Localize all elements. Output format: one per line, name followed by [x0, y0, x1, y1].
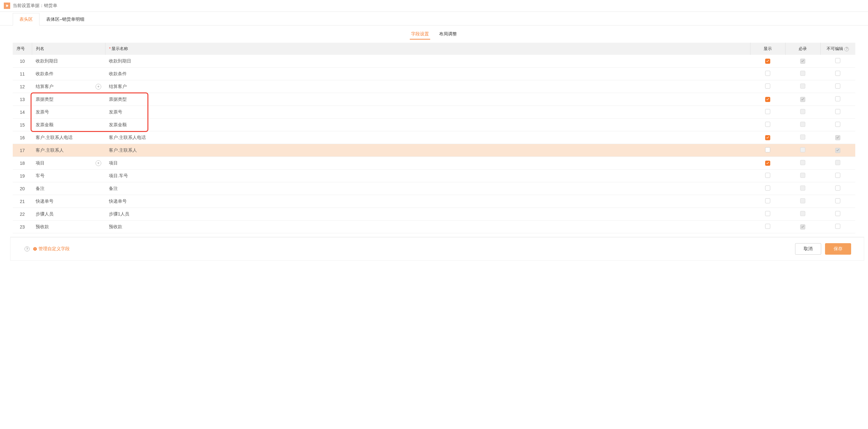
table-row[interactable]: 22步骤人员步骤1人员 — [13, 208, 855, 221]
display-cell[interactable]: 收款条件 — [105, 67, 750, 80]
show-checkbox[interactable] — [765, 109, 770, 114]
display-cell[interactable]: 客户.主联系人 — [105, 144, 750, 157]
readonly-checkbox[interactable] — [835, 71, 840, 76]
display-cell[interactable]: 项目.车号 — [105, 170, 750, 182]
seq-cell: 19 — [13, 170, 32, 182]
show-checkbox[interactable] — [765, 122, 770, 127]
display-cell[interactable]: 发票号 — [105, 106, 750, 119]
seq-cell: 10 — [13, 55, 32, 67]
expand-panel-button[interactable] — [4, 3, 10, 9]
show-checkbox[interactable] — [765, 97, 770, 102]
table-row[interactable]: 10收款到期日收款到期日 — [13, 55, 855, 67]
display-cell[interactable]: 快递单号 — [105, 195, 750, 208]
show-checkbox[interactable] — [765, 185, 770, 191]
readonly-checkbox — [835, 135, 840, 140]
name-cell: 预收款 — [32, 221, 105, 233]
name-cell: 客户.主联系人 — [32, 144, 105, 157]
seq-cell: 23 — [13, 221, 32, 233]
name-cell: 结算客户＋ — [32, 80, 105, 93]
table-row[interactable]: 21快递单号快递单号 — [13, 195, 855, 208]
readonly-checkbox[interactable] — [835, 211, 840, 216]
table-row[interactable]: 18项目＋项目 — [13, 157, 855, 170]
display-cell[interactable]: 项目 — [105, 157, 750, 170]
col-header-seq: 序号 — [13, 43, 32, 55]
readonly-checkbox[interactable] — [835, 185, 840, 191]
manage-custom-fields-link[interactable]: 管理自定义字段 — [33, 246, 70, 252]
table-row[interactable]: 11收款条件收款条件 — [13, 67, 855, 80]
seq-cell: 13 — [13, 93, 32, 106]
add-sub-field-button[interactable]: ＋ — [95, 84, 101, 90]
show-checkbox[interactable] — [765, 198, 770, 203]
required-checkbox — [800, 71, 805, 76]
display-cell[interactable]: 预收款 — [105, 221, 750, 233]
readonly-checkbox[interactable] — [835, 58, 840, 63]
help-icon[interactable]: ? — [844, 47, 849, 51]
show-checkbox[interactable] — [765, 135, 770, 140]
fields-table: 序号 列名 *显示名称 显示 必录 不可编辑? — [13, 43, 855, 55]
table-row[interactable]: 20备注备注 — [13, 182, 855, 195]
required-checkbox — [800, 147, 805, 152]
readonly-checkbox — [835, 160, 840, 165]
required-checkbox — [800, 97, 805, 102]
required-checkbox — [800, 185, 805, 191]
add-sub-field-button[interactable]: ＋ — [95, 160, 101, 166]
readonly-checkbox[interactable] — [835, 96, 840, 102]
show-checkbox[interactable] — [765, 71, 770, 76]
display-cell[interactable]: 票据类型 — [105, 93, 750, 106]
table-row[interactable]: 17客户.主联系人客户.主联系人 — [13, 144, 855, 157]
seq-cell: 22 — [13, 208, 32, 221]
table-row[interactable]: 23预收款预收款 — [13, 221, 855, 233]
table-row[interactable]: 19车号项目.车号 — [13, 170, 855, 182]
readonly-checkbox[interactable] — [835, 198, 840, 203]
table-row[interactable]: 12结算客户＋结算客户 — [13, 80, 855, 93]
display-cell[interactable]: 发票金额 — [105, 119, 750, 131]
display-cell[interactable]: 客户.主联系人电话 — [105, 131, 750, 144]
save-button[interactable]: 保存 — [825, 243, 851, 255]
name-cell: 收款条件 — [32, 67, 105, 80]
show-checkbox[interactable] — [765, 147, 770, 152]
table-row[interactable]: 13票据类型票据类型 — [13, 93, 855, 106]
readonly-checkbox[interactable] — [835, 224, 840, 229]
table-row[interactable]: 14发票号发票号 — [13, 106, 855, 119]
gear-icon — [33, 247, 37, 251]
seq-cell: 15 — [13, 119, 32, 131]
show-checkbox[interactable] — [765, 84, 770, 89]
seq-cell: 21 — [13, 195, 32, 208]
display-cell[interactable]: 结算客户 — [105, 80, 750, 93]
main-tabs: 表头区表体区–销货单明细 — [0, 13, 868, 26]
col-header-display: *显示名称 — [105, 43, 750, 55]
readonly-checkbox[interactable] — [835, 109, 840, 114]
table-row[interactable]: 15发票金额发票金额 — [13, 119, 855, 131]
cancel-button[interactable]: 取消 — [795, 243, 821, 255]
table-row[interactable]: 16客户.主联系人电话客户.主联系人电话 — [13, 131, 855, 144]
col-header-required: 必录 — [785, 43, 820, 55]
name-cell: 客户.主联系人电话 — [32, 131, 105, 144]
seq-cell: 20 — [13, 182, 32, 195]
display-cell[interactable]: 步骤1人员 — [105, 208, 750, 221]
show-checkbox[interactable] — [765, 173, 770, 178]
readonly-checkbox[interactable] — [835, 84, 840, 89]
name-cell: 发票号 — [32, 106, 105, 119]
main-tab-1[interactable]: 表体区–销货单明细 — [39, 13, 91, 26]
show-checkbox[interactable] — [765, 224, 770, 229]
required-checkbox — [800, 84, 805, 89]
readonly-checkbox[interactable] — [835, 122, 840, 127]
name-cell: 发票金额 — [32, 119, 105, 131]
sub-tabs: 字段设置布局调整 — [0, 26, 868, 43]
readonly-checkbox — [835, 148, 840, 153]
required-checkbox — [800, 211, 805, 216]
sub-tab-0[interactable]: 字段设置 — [410, 29, 430, 39]
display-cell[interactable]: 备注 — [105, 182, 750, 195]
show-checkbox[interactable] — [765, 59, 770, 64]
main-tab-0[interactable]: 表头区 — [13, 13, 39, 26]
readonly-checkbox[interactable] — [835, 173, 840, 178]
doc-name-label: 销货单 — [44, 3, 57, 8]
seq-cell: 17 — [13, 144, 32, 157]
show-checkbox[interactable] — [765, 161, 770, 166]
sub-tab-1[interactable]: 布局调整 — [438, 29, 458, 39]
show-checkbox[interactable] — [765, 211, 770, 216]
display-cell[interactable]: 收款到期日 — [105, 55, 750, 67]
required-checkbox — [800, 135, 805, 140]
footer-help-icon[interactable]: ? — [25, 247, 30, 252]
required-checkbox — [800, 59, 805, 64]
